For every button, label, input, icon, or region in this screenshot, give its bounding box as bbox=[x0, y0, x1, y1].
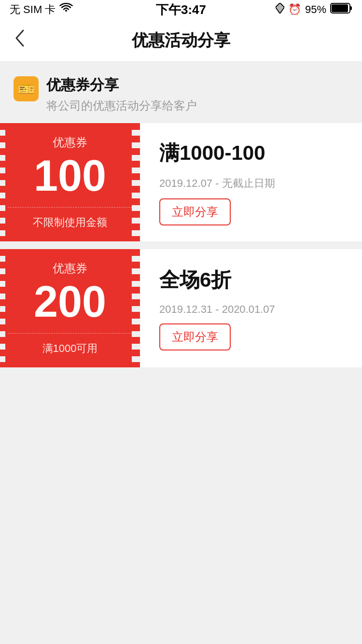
coupon-card: 优惠券 100 不限制使用金额 满1000-100 2019.12.07 - 无… bbox=[0, 123, 362, 241]
empty-area bbox=[0, 375, 362, 644]
svg-rect-2 bbox=[332, 4, 348, 12]
status-right: ⏰ 95% bbox=[276, 2, 352, 17]
coupon-share-btn-2[interactable]: 立即分享 bbox=[159, 323, 231, 350]
coupon-date-2: 2019.12.31 - 2020.01.07 bbox=[159, 303, 275, 316]
battery-icon bbox=[330, 2, 352, 17]
coupon-left-2: 优惠券 200 满1000可用 bbox=[0, 249, 140, 367]
coupon-label-1: 优惠券 bbox=[53, 135, 87, 150]
coupon-share-btn-1[interactable]: 立即分享 bbox=[159, 198, 231, 225]
coupon-condition-1: 不限制使用金额 bbox=[33, 215, 107, 230]
coupon-list: 优惠券 100 不限制使用金额 满1000-100 2019.12.07 - 无… bbox=[0, 123, 362, 367]
page-title: 优惠活动分享 bbox=[132, 29, 230, 52]
alarm-icon: ⏰ bbox=[288, 3, 301, 16]
coupon-card-2: 优惠券 200 满1000可用 全场6折 2019.12.31 - 2020.0… bbox=[0, 249, 362, 367]
coupon-right-1: 满1000-100 2019.12.07 - 无截止日期 立即分享 bbox=[140, 123, 362, 241]
coupon-amount-2: 200 bbox=[34, 280, 106, 323]
status-bar: 无 SIM 卡 下午3:47 ⏰ 95% bbox=[0, 0, 362, 19]
coupon-label-2: 优惠券 bbox=[53, 261, 87, 276]
coupon-amount-1: 100 bbox=[34, 154, 106, 197]
coupon-meta-1: 2019.12.07 - 无截止日期 立即分享 bbox=[159, 176, 348, 225]
section-subtitle: 将公司的优惠活动分享给客户 bbox=[46, 98, 197, 113]
back-button[interactable] bbox=[14, 28, 25, 52]
carrier-text: 无 SIM 卡 bbox=[10, 2, 56, 17]
coupon-name-1: 满1000-100 bbox=[159, 140, 348, 167]
section-header: 🎫 优惠券分享 将公司的优惠活动分享给客户 bbox=[0, 62, 362, 123]
coupon-divider-2 bbox=[8, 333, 132, 334]
coupon-right-2: 全场6折 2019.12.31 - 2020.01.07 立即分享 bbox=[140, 249, 362, 367]
wifi-icon bbox=[59, 3, 73, 16]
section-text: 优惠券分享 将公司的优惠活动分享给客户 bbox=[46, 75, 197, 113]
status-time: 下午3:47 bbox=[156, 1, 206, 18]
nav-bar: 优惠活动分享 bbox=[0, 19, 362, 62]
coupon-condition-2: 满1000可用 bbox=[42, 341, 98, 356]
coupon-name-2: 全场6折 bbox=[159, 266, 348, 294]
svg-rect-1 bbox=[350, 6, 352, 10]
section-icon: 🎫 bbox=[14, 76, 39, 101]
section-title: 优惠券分享 bbox=[46, 75, 197, 95]
coupon-left-1: 优惠券 100 不限制使用金额 bbox=[0, 123, 140, 241]
coupon-divider-1 bbox=[8, 207, 132, 208]
status-left: 无 SIM 卡 bbox=[10, 2, 73, 17]
location-icon bbox=[276, 3, 284, 16]
coupon-date-1: 2019.12.07 - 无截止日期 bbox=[159, 176, 275, 191]
battery-text: 95% bbox=[305, 3, 326, 16]
coupon-meta-2: 2019.12.31 - 2020.01.07 立即分享 bbox=[159, 303, 348, 350]
